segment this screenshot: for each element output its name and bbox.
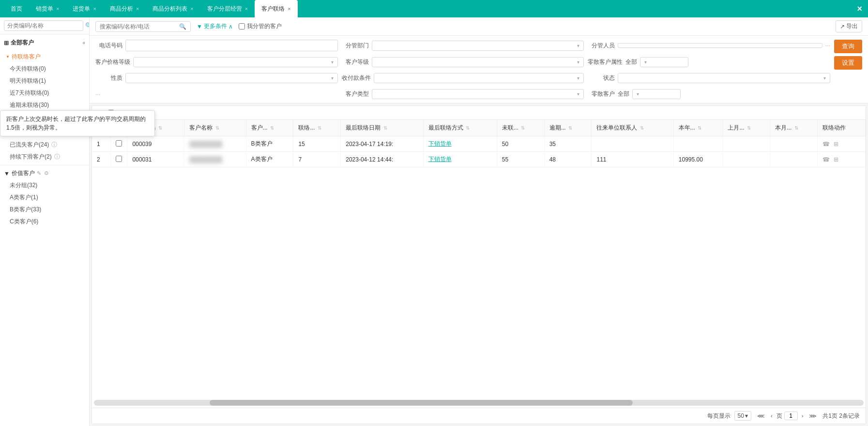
sidebar-search-area: 🔍 (0, 17, 89, 34)
settings-icon[interactable]: ⚙ (44, 170, 49, 176)
td-person-1 (592, 136, 673, 152)
search-main-input[interactable] (100, 23, 177, 30)
filter-select-nature[interactable]: ▾ (125, 73, 338, 83)
th-level[interactable]: 客户... ⇅ (246, 120, 293, 136)
page-input[interactable] (784, 411, 798, 420)
sidebar-item-declining[interactable]: 持续下滑客户(2) ⓘ (0, 151, 89, 163)
td-method-1[interactable]: 下销货单 (423, 136, 497, 152)
filter-select-dept[interactable]: ▾ (372, 41, 584, 51)
tree-value-header[interactable]: ▼ 价值客户 ✎ ⚙ (0, 167, 89, 179)
first-page-btn[interactable]: ⋘ (755, 412, 767, 420)
chevron-retail-cust: ▾ (637, 91, 639, 97)
edit-icon[interactable]: ✎ (37, 170, 41, 176)
action-contact-icon-2[interactable]: ☎ (822, 156, 830, 163)
td-year-1 (673, 136, 723, 152)
td-action-1: ☎ ⊞ (818, 136, 866, 152)
nav-purchase[interactable]: 进货单 × (66, 0, 103, 17)
per-page-select[interactable]: 50 ▾ (734, 411, 751, 421)
action-more-icon-1[interactable]: ⊞ (834, 141, 838, 147)
my-customers-filter[interactable]: 我分管的客户 (239, 22, 282, 30)
query-button[interactable]: 查询 (834, 40, 862, 53)
filter-select-price-level[interactable]: ▾ (133, 57, 338, 67)
sidebar-collapse-btn[interactable]: « (82, 40, 85, 45)
nav-sales[interactable]: 销货单 × (29, 0, 66, 17)
th-last-method[interactable]: 最后联络方式 ⇅ (423, 120, 497, 136)
filter-select-status[interactable]: ▾ (618, 73, 830, 83)
filter-input-phone[interactable] (125, 40, 338, 51)
sidebar-item-tomorrow[interactable]: 明天待联络(1) (0, 75, 89, 87)
sidebar-item-class-a[interactable]: A类客户(1) (0, 191, 89, 204)
filter-more-dots[interactable]: ··· (95, 91, 100, 98)
filter-cell-price-level: 客户价格等级 ▾ (95, 57, 338, 67)
th-contact-count[interactable]: 联络... ⇅ (293, 120, 341, 136)
sidebar-item-today[interactable]: 今天待联络(0) (0, 63, 89, 75)
th-contact-person[interactable]: 往来单位联系人 ⇅ (592, 120, 673, 136)
sidebar-search-input[interactable] (4, 20, 83, 31)
sidebar-search-icon[interactable]: 🔍 (85, 22, 90, 29)
nav-analysis-list-close[interactable]: × (190, 6, 193, 12)
info-icon-3: ⓘ (51, 141, 57, 149)
nav-purchase-close[interactable]: × (93, 6, 96, 12)
filter-select-retail-cust[interactable]: ▾ (632, 89, 681, 99)
filter-label-cust-type: 客户类型 (342, 90, 369, 98)
filter-cell-retail-attr: 零散客户属性 全部 ▾ (588, 57, 830, 67)
td-checkbox-1[interactable] (111, 136, 127, 152)
customer-table: 客户编码 ⇅ 客户名称 ⇅ 客户... ⇅ (92, 120, 866, 167)
nav-analysis-list[interactable]: 商品分析列表 × (146, 0, 200, 17)
nav-customer-contact[interactable]: 客户联络 × (255, 0, 297, 17)
filter-select-cust-type[interactable]: ▾ (372, 89, 584, 99)
nav-analysis-close[interactable]: × (136, 6, 139, 12)
next-page-btn[interactable]: › (800, 412, 806, 420)
nav-close-all[interactable]: × (857, 4, 862, 14)
sidebar-item-class-b[interactable]: B类客户(33) (0, 204, 89, 216)
nav-sales-close[interactable]: × (56, 6, 59, 12)
table-wrap[interactable]: 客户编码 ⇅ 客户名称 ⇅ 客户... ⇅ (92, 120, 866, 400)
prev-page-btn[interactable]: ‹ (769, 412, 775, 420)
td-method-2[interactable]: 下销货单 (423, 152, 497, 167)
sidebar-tree: ⊞ 全部客户 « ▼ 待联络客户 今天待联络(0) 明天待联络(1) 近7天待联… (0, 34, 89, 426)
search-main-icon[interactable]: 🔍 (179, 23, 186, 30)
filter-label-retail-attr: 零散客户属性 (588, 58, 623, 66)
filter-cell-cust-type: 客户类型 ▾ (342, 89, 584, 99)
filter-select-payment[interactable]: ▾ (374, 73, 584, 83)
nav-customer-tier-close[interactable]: × (245, 6, 248, 12)
th-name[interactable]: 客户名称 ⇅ (184, 120, 246, 136)
nav-customer-contact-close[interactable]: × (288, 6, 290, 12)
tree-group-pending-label[interactable]: ▼ 待联络客户 (0, 51, 89, 63)
th-last-date[interactable]: 最后联络日期 ⇅ (341, 120, 423, 136)
filter-dots-person[interactable]: ··· (825, 42, 830, 49)
th-this-year[interactable]: 本年... ⇅ (673, 120, 723, 136)
td-checkbox-2[interactable] (111, 152, 127, 167)
sidebar-all-customers[interactable]: ⊞ 全部客户 « (0, 36, 89, 49)
nav-analysis[interactable]: 商品分析 × (103, 0, 146, 17)
sidebar-item-unclassified[interactable]: 未分组(32) (0, 179, 89, 191)
th-this-month[interactable]: 本月... ⇅ (770, 120, 818, 136)
nav-home[interactable]: 首页 (4, 0, 29, 17)
td-name-2: ████████ (184, 152, 246, 167)
sidebar-item-churned[interactable]: 已流失客户(24) ⓘ (0, 139, 89, 151)
sort-icon-last-month: ⇅ (747, 125, 751, 131)
sidebar-item-overdue[interactable]: 逾期未联络(30) (0, 99, 89, 111)
horizontal-scrollbar[interactable] (94, 400, 864, 406)
td-no-contact-2: 55 (497, 152, 544, 167)
th-overdue[interactable]: 逾期... ⇅ (544, 120, 592, 136)
action-more-icon-2[interactable]: ⊞ (834, 156, 838, 163)
filter-label-price-level: 客户价格等级 (95, 58, 130, 66)
more-conditions-btn[interactable]: ▼ 更多条件 ∧ (197, 22, 233, 30)
sort-icon-date: ⇅ (383, 125, 387, 131)
chevron-nature: ▾ (331, 75, 334, 81)
last-page-btn[interactable]: ⋙ (807, 412, 819, 420)
filter-select-person[interactable] (618, 43, 822, 48)
sidebar-item-class-c[interactable]: C类客户(6) (0, 216, 89, 228)
export-button[interactable]: ↗ 导出 (836, 20, 862, 32)
filter-select-cust-level[interactable]: ▾ (372, 57, 584, 67)
th-last-month[interactable]: 上月... ⇅ (723, 120, 770, 136)
nav-customer-tier[interactable]: 客户分层经营 × (200, 0, 255, 17)
settings-button[interactable]: 设置 (834, 56, 862, 70)
th-no-contact[interactable]: 未联... ⇅ (497, 120, 544, 136)
my-customers-checkbox[interactable] (239, 23, 245, 29)
sidebar-item-7days[interactable]: 近7天待联络(0) (0, 87, 89, 99)
action-contact-icon-1[interactable]: ☎ (822, 141, 830, 147)
filter-cell-retail-cust: 零散客户 全部 ▾ (588, 89, 830, 99)
filter-select-retail-attr[interactable]: ▾ (640, 57, 688, 67)
